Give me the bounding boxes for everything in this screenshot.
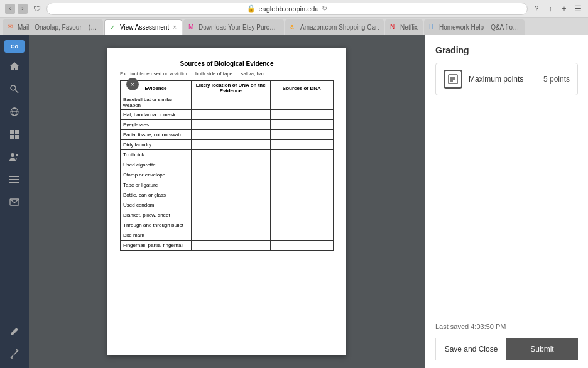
tab-assessment-close[interactable]: × <box>173 24 177 31</box>
table-cell-sources[interactable] <box>270 170 333 180</box>
table-cell-sources[interactable] <box>270 190 333 200</box>
address-text: eaglebb.coppin.edu <box>258 5 318 13</box>
table-cell-sources[interactable] <box>270 150 333 160</box>
save-close-button[interactable]: Save and Close <box>435 338 506 360</box>
browser-back-button[interactable]: ‹ <box>5 4 15 14</box>
table-cell-sources[interactable] <box>270 140 333 150</box>
table-cell-location[interactable] <box>192 95 271 110</box>
table-cell-location[interactable] <box>192 170 271 180</box>
tab-homework-label: Homework Help – Q&A from On... <box>439 24 520 31</box>
table-cell-location[interactable] <box>192 150 271 160</box>
table-row: Bottle, can or glass <box>121 190 334 200</box>
table-cell-sources[interactable] <box>270 230 333 241</box>
share-action-icon[interactable]: ↑ <box>545 4 555 14</box>
table-row: Baseball bat or similar weapon <box>121 95 334 110</box>
tab-mail[interactable]: ✉ Mail - Onaolap, Favour – (STU... <box>3 19 103 35</box>
address-bar[interactable]: 🔒 eaglebb.coppin.edu ↻ <box>46 3 528 15</box>
table-cell-location[interactable] <box>192 241 271 251</box>
table-cell-sources[interactable] <box>270 120 333 130</box>
sidebar-item-grid[interactable] <box>4 126 24 143</box>
table-row: Hat, bandanna or mask <box>121 110 334 120</box>
table-cell-evidence: Through and through bullet <box>121 220 192 230</box>
sidebar-item-edit[interactable] <box>4 323 24 340</box>
table-cell-evidence: Bite mark <box>121 230 192 241</box>
sidebar-item-mail[interactable] <box>4 193 24 211</box>
table-cell-location[interactable] <box>192 210 271 220</box>
assessment-favicon: ✓ <box>110 24 117 31</box>
tab-assessment-label: View Assessment <box>120 24 169 31</box>
refresh-icon: ↻ <box>322 4 327 13</box>
amazon-favicon: a <box>290 23 298 31</box>
table-cell-location[interactable] <box>192 190 271 200</box>
lock-icon: 🔒 <box>247 4 256 13</box>
table-cell-sources[interactable] <box>270 160 333 170</box>
tab-netflix[interactable]: N Netflix <box>385 19 423 35</box>
browser-action-buttons: ? ↑ + ☰ <box>531 4 583 14</box>
mail-favicon: ✉ <box>8 23 15 31</box>
sidebar-item-list[interactable] <box>4 171 24 188</box>
document-area: × Sources of Biological Evidence Ex: duc… <box>29 35 425 368</box>
sidebar-item-users[interactable] <box>4 148 24 166</box>
table-cell-sources[interactable] <box>270 95 333 110</box>
svg-rect-7 <box>10 135 14 139</box>
table-cell-location[interactable] <box>192 230 271 241</box>
svg-rect-13 <box>9 182 19 183</box>
table-cell-sources[interactable] <box>270 200 333 210</box>
table-cell-sources[interactable] <box>270 241 333 251</box>
table-cell-location[interactable] <box>192 180 271 190</box>
table-row: Bite mark <box>121 230 334 241</box>
example-col2: saliva, hair <box>241 71 265 77</box>
browser-tabs-bar: ✉ Mail - Onaolap, Favour – (STU... ✓ Vie… <box>0 18 588 35</box>
sidebar-item-search[interactable] <box>4 80 24 98</box>
tab-netflix-label: Netflix <box>400 24 418 31</box>
submit-button[interactable]: Submit <box>506 338 578 360</box>
table-row: Tape or ligature <box>121 180 334 190</box>
help-action-icon[interactable]: ? <box>531 4 542 14</box>
table-cell-location[interactable] <box>192 110 271 120</box>
svg-rect-11 <box>9 176 19 177</box>
table-row: Dirty laundry <box>121 140 334 150</box>
tab-amazon[interactable]: a Amazon.com Shopping Cart <box>285 19 384 35</box>
add-tab-icon[interactable]: + <box>559 4 569 14</box>
table-cell-location[interactable] <box>192 220 271 230</box>
right-bottom-panel: Last saved 4:03:50 PM Save and Close Sub… <box>425 315 588 368</box>
table-cell-location[interactable] <box>192 160 271 170</box>
example-item: duct tape used on a victim <box>129 71 187 77</box>
table-cell-evidence: Blanket, pillow, sheet <box>121 210 192 220</box>
tab-etsy[interactable]: M Download Your Etsy Purchase f... <box>183 19 284 35</box>
table-cell-sources[interactable] <box>270 180 333 190</box>
svg-rect-5 <box>10 130 14 134</box>
table-cell-sources[interactable] <box>270 110 333 120</box>
table-cell-evidence: Bottle, can or glass <box>121 190 192 200</box>
grading-title: Grading <box>435 45 578 55</box>
table-cell-location[interactable] <box>192 120 271 130</box>
table-row: Facial tissue, cotton swab <box>121 130 334 140</box>
table-cell-sources[interactable] <box>270 220 333 230</box>
table-row: Eyeglasses <box>121 120 334 130</box>
table-cell-location[interactable] <box>192 130 271 140</box>
table-header-sources: Sources of DNA <box>270 81 333 95</box>
table-cell-location[interactable] <box>192 200 271 210</box>
sidebar-item-home[interactable] <box>4 58 24 75</box>
max-points-label: Maximum points <box>469 75 537 84</box>
document-example: Ex: duct tape used on a victim both side… <box>120 71 334 77</box>
browser-forward-button[interactable]: › <box>18 4 28 14</box>
svg-line-1 <box>16 90 19 94</box>
sidebar-item-globe[interactable] <box>4 103 24 121</box>
tab-mail-label: Mail - Onaolap, Favour – (STU... <box>18 24 98 31</box>
table-row: Through and through bullet <box>121 220 334 230</box>
table-cell-location[interactable] <box>192 140 271 150</box>
table-cell-evidence: Dirty laundry <box>121 140 192 150</box>
table-cell-sources[interactable] <box>270 210 333 220</box>
homework-favicon: H <box>429 23 437 31</box>
grading-section: Grading Maximum points 5 points <box>425 35 588 106</box>
tab-homework[interactable]: H Homework Help – Q&A from On... <box>424 19 525 35</box>
table-cell-sources[interactable] <box>270 130 333 140</box>
example-col1: both side of tape <box>195 71 232 77</box>
table-cell-evidence: Eyeglasses <box>121 120 192 130</box>
menu-icon[interactable]: ☰ <box>573 4 583 14</box>
sidebar-item-link[interactable] <box>4 345 24 363</box>
close-overlay-button[interactable]: × <box>126 78 139 90</box>
tab-assessment[interactable]: ✓ View Assessment × <box>104 19 182 35</box>
svg-rect-12 <box>9 179 19 180</box>
